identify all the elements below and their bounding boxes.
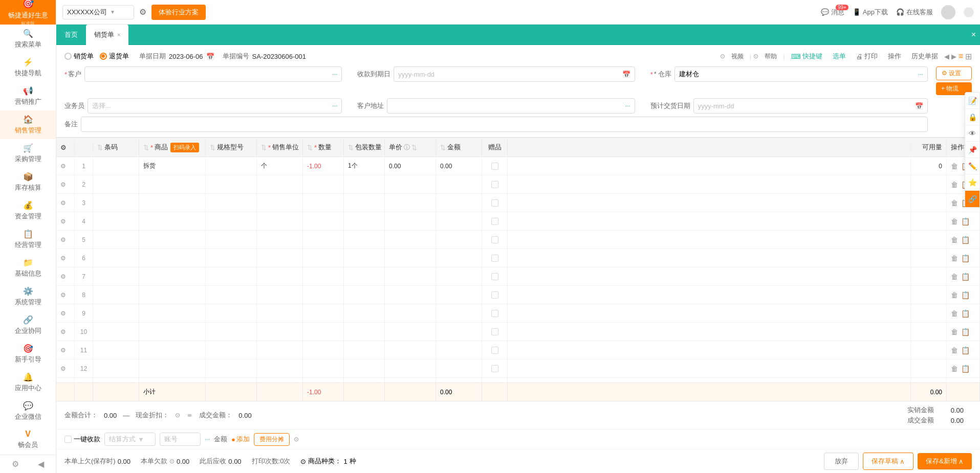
delete-icon[interactable]: 🗑 [951,236,958,244]
row-price[interactable] [385,194,436,212]
row-product[interactable] [139,378,206,382]
row-product[interactable] [139,231,206,249]
row-amount[interactable] [436,359,482,377]
row-qty[interactable] [303,359,344,377]
delete-icon[interactable]: 🗑 [951,217,958,226]
row-barcode[interactable] [93,267,139,285]
app-download-btn[interactable]: 📱 App下载 [853,8,888,17]
row-spec[interactable] [206,175,257,193]
sidebar-item-inventory[interactable]: 📦 库存核算 [0,168,56,196]
row-price[interactable] [385,359,436,377]
online-support-btn[interactable]: 🎧 在线客服 [896,8,933,17]
row-spec[interactable] [206,231,257,249]
save-draft-btn[interactable]: 保存草稿 ∧ [863,453,913,470]
row-amount[interactable] [436,175,482,193]
row-settings[interactable]: ⚙ [56,341,75,359]
tab-home[interactable]: 首页 [56,25,86,45]
row-price[interactable] [385,249,436,267]
save-new-btn[interactable]: 保存&新增 ∧ [918,453,972,469]
tab-sales-order[interactable]: 销货单 × [86,25,128,45]
delete-icon[interactable]: 🗑 [951,291,958,299]
one-click-payment-checkbox[interactable]: 一键收款 [64,435,100,444]
grid-view-icon[interactable]: ⊞ [965,52,972,61]
row-unit[interactable] [257,267,303,285]
message-btn[interactable]: 💬 消息 99+ [821,8,844,17]
row-product[interactable] [139,194,206,212]
copy-icon[interactable]: 📋 [961,254,970,262]
row-product[interactable] [139,323,206,341]
row-gift[interactable] [482,323,508,341]
row-gift[interactable] [482,157,508,175]
delete-icon[interactable]: 🗑 [951,328,958,336]
rfloat-note[interactable]: 📝 [965,93,979,109]
print-btn[interactable]: 🖨 打印 [852,50,882,62]
row-amount[interactable] [436,286,482,304]
row-spec[interactable] [206,286,257,304]
row-pack[interactable] [344,175,385,193]
row-price[interactable] [385,267,436,285]
row-settings[interactable]: ⚙ [56,359,75,377]
row-settings[interactable]: ⚙ [56,304,75,322]
row-pack[interactable] [344,212,385,230]
row-notes[interactable] [508,249,911,267]
sidebar-item-guide[interactable]: 🎯 新手引导 [0,340,56,368]
account-more-icon[interactable]: ··· [205,436,210,443]
row-notes[interactable] [508,378,911,382]
row-settings[interactable]: ⚙ [56,249,75,267]
sidebar-item-system[interactable]: ⚙️ 系统管理 [0,282,56,311]
row-unit[interactable] [257,175,303,193]
row-pack[interactable] [344,359,385,377]
shortcut-btn[interactable]: ⌨ 快捷键 [787,50,826,62]
row-price[interactable] [385,175,436,193]
row-unit[interactable] [257,212,303,230]
row-pack[interactable] [344,378,385,382]
row-amount[interactable] [436,249,482,267]
company-selector[interactable]: XXXXXX公司 ▼ [62,5,134,19]
row-spec[interactable] [206,267,257,285]
row-notes[interactable] [508,304,911,322]
row-barcode[interactable] [93,175,139,193]
row-amount[interactable]: 0.00 [436,157,482,175]
row-notes[interactable] [508,359,911,377]
row-settings[interactable]: ⚙ [56,194,75,212]
salesperson-input[interactable]: 选择... [92,101,332,110]
row-qty[interactable] [303,286,344,304]
row-amount[interactable] [436,231,482,249]
row-gift[interactable] [482,231,508,249]
row-gift[interactable] [482,175,508,193]
copy-icon[interactable]: 📋 [961,236,970,244]
calendar-icon[interactable]: 📅 [206,53,214,60]
radio-sales[interactable]: 销货单 [64,52,94,61]
row-product[interactable] [139,359,206,377]
history-btn[interactable]: 历史单据 [907,50,942,62]
scan-barcode-btn[interactable]: 扫码录入 [170,143,199,152]
row-spec[interactable] [206,194,257,212]
row-spec[interactable] [206,323,257,341]
row-barcode[interactable] [93,359,139,377]
row-spec[interactable] [206,212,257,230]
row-notes[interactable] [508,341,911,359]
row-notes[interactable] [508,212,911,230]
row-unit[interactable] [257,341,303,359]
delete-icon[interactable]: 🗑 [951,273,958,281]
row-qty[interactable]: -1.00 [303,157,344,175]
rfloat-star[interactable]: ⭐ [965,174,979,191]
sidebar-item-collab[interactable]: 🔗 企业协同 [0,311,56,340]
row-pack[interactable] [344,286,385,304]
sidebar-item-management[interactable]: 📋 经营管理 [0,225,56,254]
copy-icon[interactable]: 📋 [961,346,970,354]
user-menu[interactable] [964,7,974,17]
rfloat-view[interactable]: 👁 [965,125,979,142]
row-barcode[interactable] [93,378,139,382]
row-spec[interactable] [206,359,257,377]
row-product[interactable]: 拆货 [139,157,206,175]
row-price[interactable] [385,341,436,359]
expected-date-calendar-icon[interactable]: 📅 [915,102,923,110]
row-qty[interactable] [303,267,344,285]
select-btn[interactable]: 选单 [829,50,850,62]
sidebar-item-quicknav[interactable]: ⚡ 快捷导航 [0,53,56,82]
row-unit[interactable] [257,286,303,304]
experience-btn[interactable]: 体验行业方案 [151,5,206,20]
row-price[interactable] [385,304,436,322]
expected-date-input[interactable]: yyyy-mm-dd [698,102,915,110]
